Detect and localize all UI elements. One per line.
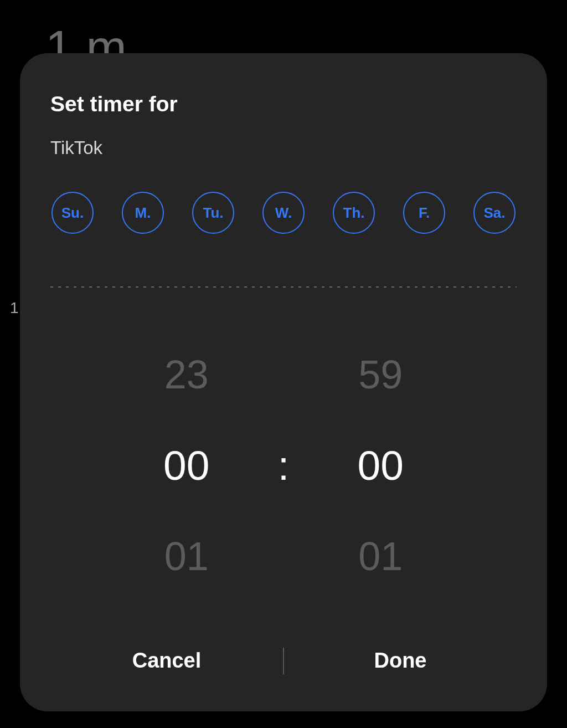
day-chip-friday[interactable]: F. [403, 192, 445, 234]
time-separator: : [278, 442, 290, 489]
background-side-number: 1 [10, 299, 19, 317]
hours-current-value: 00 [163, 442, 209, 489]
day-chip-sunday[interactable]: Su. [51, 192, 94, 234]
time-picker: 23 00 01 : 59 00 01 [50, 304, 517, 627]
minutes-column[interactable]: 59 00 01 [325, 352, 436, 579]
minutes-prev-value: 59 [358, 352, 403, 397]
set-timer-dialog: Set timer for TikTok Su. M. Tu. W. Th. F… [20, 53, 547, 711]
days-selector-row: Su. M. Tu. W. Th. F. Sa. [50, 192, 517, 234]
hours-column[interactable]: 23 00 01 [131, 352, 242, 579]
minutes-current-value: 00 [358, 442, 404, 489]
minutes-next-value: 01 [358, 534, 403, 579]
dialog-button-row: Cancel Done [50, 627, 517, 695]
day-chip-thursday[interactable]: Th. [333, 192, 375, 234]
dialog-title: Set timer for [50, 92, 517, 116]
dialog-app-name: TikTok [50, 137, 517, 158]
dotted-divider [50, 286, 517, 288]
done-button[interactable]: Done [284, 642, 517, 679]
day-chip-tuesday[interactable]: Tu. [192, 192, 234, 234]
cancel-button[interactable]: Cancel [50, 642, 283, 679]
hours-prev-value: 23 [164, 352, 209, 397]
day-chip-monday[interactable]: M. [122, 192, 164, 234]
hours-next-value: 01 [164, 534, 209, 579]
day-chip-wednesday[interactable]: W. [262, 192, 305, 234]
day-chip-saturday[interactable]: Sa. [473, 192, 516, 234]
